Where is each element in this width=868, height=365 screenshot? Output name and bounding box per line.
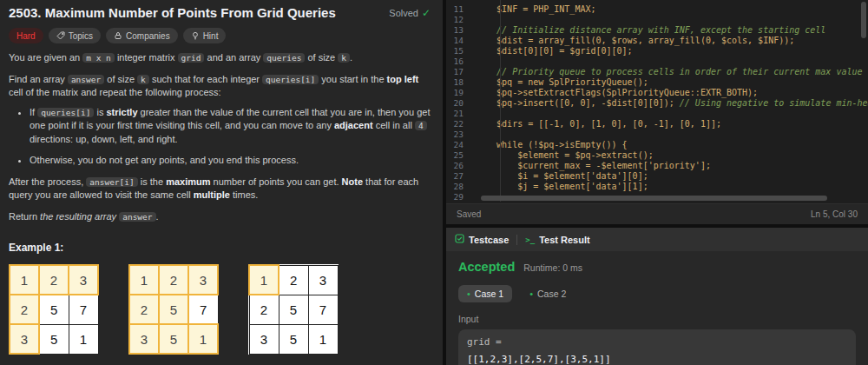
grid-cell: 2 [10, 295, 39, 324]
testcase-input-box[interactable]: grid = [[1,2,3],[2,5,7],[3,5,1]] [458, 329, 856, 365]
list-item: If queries[i] is strictly greater than t… [30, 106, 431, 147]
horizontal-scrollbar[interactable] [481, 196, 858, 201]
line-number: 11 [451, 4, 476, 14]
solved-label: Solved [389, 8, 418, 18]
hint-label: Hint [203, 31, 219, 41]
line-number: 13 [451, 25, 476, 35]
grid-cell: 5 [279, 295, 308, 324]
line-number: 17 [451, 67, 476, 76]
tab-testcase[interactable]: Testcase [455, 234, 509, 245]
app-root: 2503. Maximum Number of Points From Grid… [0, 0, 868, 365]
code-editor-panel[interactable]: 11 $INF = PHP_INT_MAX;1213 // Initialize… [446, 0, 868, 224]
line-number: 18 [451, 77, 476, 87]
line-number: 19 [451, 88, 476, 97]
description-body: You are given an m x n integer matrix gr… [9, 51, 431, 223]
list-item: Otherwise, you do not get any points, an… [30, 154, 431, 168]
saved-status: Saved [457, 209, 481, 219]
code-line[interactable]: 25 $element = $pq->extract(); [451, 149, 868, 160]
paragraph: You are given an m x n integer matrix gr… [9, 51, 431, 65]
tags-row: Hard Topics Companies [9, 28, 431, 43]
cases-row: •Case 1•Case 2 [458, 285, 856, 302]
input-variable-value: [[1,2,3],[2,5,7],[3,5,1]] [467, 354, 847, 365]
example-grid-image: 123257351 [248, 264, 339, 355]
indent-guide [500, 0, 501, 202]
paragraph: Find an array answer of size k such that… [9, 73, 431, 100]
grid-cell: 1 [129, 265, 159, 295]
code-line[interactable]: 16 [451, 56, 868, 66]
grid-cell: 1 [10, 265, 39, 295]
example-heading: Example 1: [9, 242, 431, 254]
line-number: 23 [451, 129, 476, 139]
grid-cell: 2 [159, 265, 188, 295]
code-line[interactable]: 24 while (!$pq->isEmpty()) { [451, 139, 868, 149]
example-grid-image: 123257351 [9, 264, 99, 355]
code-line[interactable]: 18 $pq = new SplPriorityQueue(); [451, 76, 868, 87]
topics-button[interactable]: Topics [49, 28, 101, 43]
paragraph: Return the resulting array answer. [9, 210, 431, 224]
topics-label: Topics [69, 31, 93, 41]
tab-separator [516, 235, 517, 245]
companies-button[interactable]: Companies [106, 28, 178, 43]
companies-label: Companies [126, 31, 170, 41]
tab-test-result[interactable]: >_ Test Result [525, 235, 589, 245]
tag-icon [56, 31, 65, 40]
case-status-dot: • [467, 289, 470, 299]
lock-icon [114, 31, 122, 40]
line-number: 27 [451, 171, 476, 181]
hint-button[interactable]: Hint [183, 28, 227, 43]
line-number: 28 [451, 182, 476, 191]
code-line[interactable]: 17 // Priority queue to process cells in… [451, 66, 868, 76]
solved-check-icon: ✓ [422, 7, 431, 19]
line-number: 14 [451, 36, 476, 45]
tab-testcase-label: Testcase [469, 235, 509, 245]
input-variable-name: grid = [467, 336, 847, 348]
grid-cell: 5 [39, 324, 69, 354]
paragraph: After the process, answer[i] is the maxi… [9, 176, 431, 202]
grid-cell: 7 [308, 295, 338, 324]
case-tab[interactable]: •Case 2 [521, 285, 575, 302]
solved-status-badge: Solved ✓ [389, 7, 431, 19]
grid-cell: 2 [39, 265, 69, 295]
testcase-header: Testcase >_ Test Result [446, 228, 868, 251]
example-grid-image: 123257351 [128, 264, 219, 355]
problem-description-panel: 2503. Maximum Number of Points From Grid… [0, 0, 443, 365]
code-line[interactable]: 28 $j = $element['data'][1]; [451, 181, 868, 191]
code-line[interactable]: 15 $dist[0][0] = $grid[0][0]; [451, 45, 868, 56]
code-line[interactable]: 12 [451, 14, 868, 24]
code-line[interactable]: 22 $dirs = [[-1, 0], [1, 0], [0, -1], [0… [451, 118, 868, 129]
line-number: 12 [451, 15, 476, 24]
code-line[interactable]: 19 $pq->setExtractFlags(SplPriorityQueue… [451, 87, 868, 97]
code-line[interactable]: 13 // Initialize distance array with INF… [451, 24, 868, 35]
grid-cell: 5 [279, 324, 308, 354]
code-line[interactable]: 20 $pq->insert([0, 0], -$dist[0][0]); //… [451, 97, 868, 108]
code-line[interactable]: 11 $INF = PHP_INT_MAX; [451, 3, 868, 14]
tab-test-result-label: Test Result [539, 235, 589, 245]
terminal-icon: >_ [525, 236, 535, 244]
title-row: 2503. Maximum Number of Points From Grid… [9, 5, 431, 20]
code-line[interactable]: 27 $i = $element['data'][0]; [451, 170, 868, 181]
vertical-scrollbar[interactable] [861, 2, 866, 38]
code-line[interactable]: 21 [451, 108, 868, 118]
code-line[interactable]: 26 $current_max = -$element['priority']; [451, 160, 868, 170]
result-row: Accepted Runtime: 0 ms [458, 260, 856, 274]
line-number: 16 [451, 56, 476, 66]
grid-cell: 1 [69, 324, 98, 354]
grid-cell: 1 [249, 265, 279, 295]
line-number: 21 [451, 109, 476, 118]
page-title: 2503. Maximum Number of Points From Grid… [9, 5, 336, 20]
grid-cell: 3 [69, 265, 98, 295]
code-line[interactable]: 14 $dist = array_fill(0, $rows, array_fi… [451, 35, 868, 45]
grid-cell: 7 [188, 295, 218, 324]
grid-cell: 1 [308, 324, 338, 354]
grid-cell: 3 [129, 324, 159, 354]
testcase-body: Accepted Runtime: 0 ms •Case 1•Case 2 In… [446, 251, 868, 365]
grid-cell: 5 [159, 324, 188, 354]
difficulty-badge[interactable]: Hard [9, 28, 43, 43]
code-line[interactable]: 23 [451, 129, 868, 139]
code-area[interactable]: 11 $INF = PHP_INT_MAX;1213 // Initialize… [446, 0, 868, 202]
case-label: Case 1 [475, 289, 503, 299]
grid-cell: 3 [249, 324, 279, 354]
grid-cell: 3 [188, 265, 218, 295]
case-tab[interactable]: •Case 1 [458, 285, 512, 302]
cursor-position: Ln 5, Col 30 [811, 209, 858, 219]
